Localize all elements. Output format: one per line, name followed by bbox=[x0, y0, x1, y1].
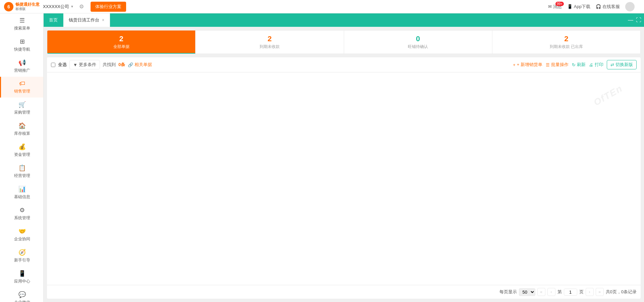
batch-icon: ☰ bbox=[546, 62, 550, 67]
sidebar-label-corp: 企业协同 bbox=[14, 236, 30, 242]
switch-new-version-button[interactable]: ⇄ 切换新版 bbox=[607, 60, 637, 69]
page-content: 2 全部单据 2 到期未收款 0 旺铺待确认 2 到期未收款 已出库 bbox=[44, 27, 644, 302]
first-page-button[interactable]: « bbox=[537, 288, 545, 296]
top-bar: 6 畅捷通好生意 标准版 XXXXXX公司 ▼ ⚙ 体验行业方案 ✉ 消息 99… bbox=[0, 0, 644, 13]
more-filter-button[interactable]: ▼ 更多条件 bbox=[69, 60, 100, 69]
top-bar-left: 6 畅捷通好生意 标准版 XXXXXX公司 ▼ ⚙ 体验行业方案 bbox=[4, 2, 126, 12]
sidebar-item-purchase[interactable]: 🛒 采购管理 bbox=[0, 98, 43, 119]
table-area bbox=[47, 72, 641, 285]
sidebar-item-wechat[interactable]: 💬 企业微信 bbox=[0, 288, 43, 302]
stat-underline bbox=[47, 53, 195, 54]
message-area[interactable]: ✉ 消息 99+ bbox=[548, 4, 562, 10]
sidebar-item-app[interactable]: 📱 应用中心 bbox=[0, 266, 43, 288]
last-page-button[interactable]: » bbox=[596, 288, 604, 296]
select-all-label: 全选 bbox=[58, 62, 67, 68]
print-label: 打印 bbox=[595, 62, 603, 68]
prev-page-button[interactable]: ‹ bbox=[547, 288, 555, 296]
stats-row: 2 全部单据 2 到期未收款 0 旺铺待确认 2 到期未收款 已出库 bbox=[47, 30, 641, 54]
system-icon: ⚙ bbox=[19, 206, 25, 214]
sidebar-item-guide[interactable]: 🧭 新手引导 bbox=[0, 245, 43, 266]
stat-label-pending: 旺铺待确认 bbox=[350, 44, 487, 50]
sidebar-label-manage: 经营管理 bbox=[14, 173, 30, 179]
found-count: 0条 bbox=[118, 62, 125, 68]
content-area: 首页 钱货日清工作台 × — ⛶ 2 全部单据 2 bbox=[44, 13, 644, 302]
next-page-button[interactable]: › bbox=[586, 288, 594, 296]
sidebar-item-finance[interactable]: 💰 资金管理 bbox=[0, 140, 43, 161]
app-icon: 📱 bbox=[18, 270, 26, 277]
add-icon: + bbox=[513, 62, 516, 67]
sidebar-item-stock[interactable]: 🏠 库存核算 bbox=[0, 119, 43, 140]
online-support-area[interactable]: 🎧 在线客服 bbox=[596, 4, 620, 10]
sidebar-item-base[interactable]: 📊 基础信息 bbox=[0, 182, 43, 203]
sidebar-item-nav[interactable]: ⊞ 快捷导航 bbox=[0, 35, 43, 56]
sidebar-label-sales: 销售管理 bbox=[14, 88, 30, 94]
sidebar-label-search: 搜索菜单 bbox=[14, 25, 30, 31]
user-avatar[interactable] bbox=[625, 2, 635, 11]
batch-operation-button[interactable]: ☰ 批量操作 bbox=[546, 62, 569, 68]
main-layout: ☰ 搜索菜单 ⊞ 快捷导航 📢 营销推广 🏷 销售管理 🛒 采购管理 🏠 库存核… bbox=[0, 13, 644, 302]
app-download-area[interactable]: 📱 App下载 bbox=[567, 4, 590, 10]
sidebar-label-stock: 库存核算 bbox=[14, 131, 30, 136]
stat-number-overdue-out: 2 bbox=[498, 35, 635, 43]
add-label: + 新增销货单 bbox=[517, 62, 542, 68]
switch-label: 切换新版 bbox=[615, 62, 633, 68]
search-menu-icon: ☰ bbox=[19, 17, 25, 24]
sidebar-item-market[interactable]: 📢 营销推广 bbox=[0, 56, 43, 77]
page-label: 第 bbox=[557, 289, 562, 295]
stat-number-pending: 0 bbox=[350, 35, 487, 43]
refresh-icon: ↻ bbox=[572, 62, 576, 67]
per-page-label: 每页显示 bbox=[499, 289, 517, 295]
logo-main: 畅捷通好生意 bbox=[15, 2, 40, 7]
print-button[interactable]: 🖨 打印 bbox=[589, 62, 603, 68]
tab-active[interactable]: 钱货日清工作台 × bbox=[63, 13, 110, 27]
sidebar-label-finance: 资金管理 bbox=[14, 152, 30, 158]
related-icon: 🔗 bbox=[128, 62, 133, 67]
download-icon: 📱 bbox=[567, 4, 573, 9]
manage-icon: 📋 bbox=[18, 164, 26, 172]
tab-active-label: 钱货日清工作台 bbox=[69, 17, 99, 23]
refresh-button[interactable]: ↻ 刷新 bbox=[572, 62, 586, 68]
sidebar-label-base: 基础信息 bbox=[14, 194, 30, 200]
trial-button[interactable]: 体验行业方案 bbox=[91, 2, 126, 12]
print-icon: 🖨 bbox=[589, 62, 593, 67]
logo-icon: 6 bbox=[4, 2, 13, 11]
tab-bar-right: — ⛶ bbox=[628, 17, 644, 23]
stat-card-overdue-out[interactable]: 2 到期未收款 已出库 bbox=[492, 31, 640, 54]
logo-text: 畅捷通好生意 标准版 bbox=[15, 2, 40, 11]
sidebar-item-corp[interactable]: 🤝 企业协同 bbox=[0, 224, 43, 245]
sidebar-item-sales[interactable]: 🏷 销售管理 bbox=[0, 77, 43, 98]
sidebar-item-manage[interactable]: 📋 经营管理 bbox=[0, 161, 43, 182]
sidebar-label-market: 营销推广 bbox=[14, 68, 30, 73]
pagination-bar: 每页显示 50 « ‹ 第 页 › » 共0页，0条记录 bbox=[47, 285, 641, 299]
stat-card-pending[interactable]: 0 旺铺待确认 bbox=[344, 31, 492, 54]
stat-label-overdue: 到期未收款 bbox=[201, 44, 338, 50]
support-icon: 🎧 bbox=[596, 4, 601, 9]
filter-icon: ▼ bbox=[73, 62, 77, 67]
stat-label-overdue-out: 到期未收款 已出库 bbox=[498, 44, 635, 50]
tab-minimize-button[interactable]: — bbox=[628, 17, 633, 23]
wechat-icon: 💬 bbox=[18, 291, 26, 298]
page-number-input[interactable] bbox=[564, 289, 577, 296]
sidebar-item-system[interactable]: ⚙ 系统管理 bbox=[0, 203, 43, 224]
stat-number-overdue: 2 bbox=[201, 35, 338, 43]
batch-label: 批量操作 bbox=[551, 62, 569, 68]
chevron-down-icon: ▼ bbox=[70, 5, 74, 8]
stat-card-overdue[interactable]: 2 到期未收款 bbox=[196, 31, 344, 54]
sidebar-item-search[interactable]: ☰ 搜索菜单 bbox=[0, 13, 43, 35]
refresh-label: 刷新 bbox=[577, 62, 586, 68]
related-docs-button[interactable]: 🔗 相关单据 bbox=[128, 62, 152, 68]
settings-icon[interactable]: ⚙ bbox=[79, 3, 84, 10]
stat-card-all[interactable]: 2 全部单据 bbox=[47, 31, 196, 54]
select-all-checkbox[interactable] bbox=[51, 63, 55, 67]
page-suffix: 页 bbox=[579, 289, 584, 295]
found-text: 共找到 bbox=[103, 62, 116, 68]
company-selector[interactable]: XXXXXX公司 ▼ bbox=[43, 4, 74, 10]
corp-icon: 🤝 bbox=[18, 228, 26, 235]
tab-home-label: 首页 bbox=[49, 17, 58, 23]
add-sales-order-button[interactable]: + + 新增销货单 bbox=[513, 62, 542, 68]
per-page-select[interactable]: 50 bbox=[519, 288, 535, 296]
tab-close-icon[interactable]: × bbox=[102, 18, 104, 22]
tab-maximize-button[interactable]: ⛶ bbox=[636, 17, 641, 23]
tab-home[interactable]: 首页 bbox=[44, 13, 63, 27]
related-label: 相关单据 bbox=[135, 62, 152, 68]
